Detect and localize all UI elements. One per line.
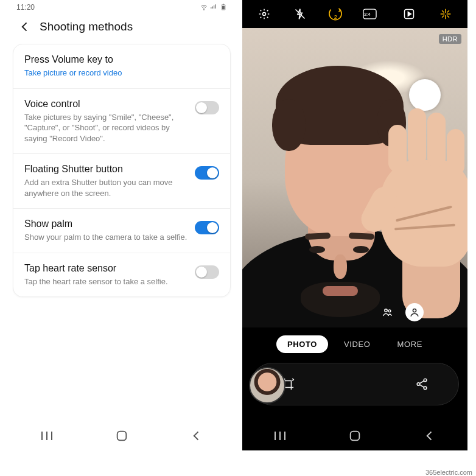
aspect-ratio-button[interactable]: 3:4 bbox=[363, 4, 383, 24]
nav-back[interactable] bbox=[178, 429, 215, 443]
setting-value: Take picture or record video bbox=[24, 68, 219, 79]
ratio-label: 3:4 bbox=[364, 12, 371, 17]
camera-settings-button[interactable] bbox=[254, 4, 275, 24]
recents-icon bbox=[40, 430, 54, 441]
show-palm-toggle[interactable] bbox=[195, 221, 219, 234]
effects-button[interactable] bbox=[435, 4, 456, 24]
status-icons bbox=[200, 4, 227, 11]
floating-shutter-toggle[interactable] bbox=[195, 166, 219, 180]
share-icon bbox=[415, 377, 429, 391]
gallery-thumbnail[interactable] bbox=[249, 367, 285, 404]
status-time: 11:20 bbox=[16, 3, 35, 12]
setting-heart-rate[interactable]: Tap heart rate sensor Tap the heart rate… bbox=[13, 253, 230, 297]
home-icon bbox=[348, 429, 362, 443]
setting-voice-control[interactable]: Voice control Take pictures by saying "S… bbox=[13, 89, 230, 155]
svg-point-8 bbox=[262, 13, 265, 16]
setting-desc: Tap the heart rate sensor to take a self… bbox=[24, 276, 189, 287]
nav-back[interactable] bbox=[411, 429, 448, 443]
back-icon bbox=[424, 430, 436, 442]
chevron-left-icon bbox=[19, 21, 31, 33]
heart-rate-toggle[interactable] bbox=[195, 265, 219, 279]
svg-line-19 bbox=[442, 16, 444, 18]
camera-screen: 2 3:4 HDR bbox=[242, 0, 467, 450]
nav-home[interactable] bbox=[103, 429, 140, 443]
camera-viewfinder[interactable]: HDR bbox=[242, 28, 467, 327]
mode-more[interactable]: MORE bbox=[387, 335, 433, 353]
nav-recents[interactable] bbox=[262, 429, 298, 443]
svg-point-22 bbox=[388, 310, 391, 312]
svg-line-28 bbox=[420, 385, 424, 387]
timer-button[interactable]: 2 bbox=[326, 4, 347, 24]
nav-home[interactable] bbox=[337, 429, 373, 443]
settings-header: Shooting methods bbox=[9, 13, 234, 44]
settings-list: Press Volume key to Take picture or reco… bbox=[13, 44, 231, 297]
nav-recents[interactable] bbox=[29, 429, 65, 443]
camera-top-toolbar: 2 3:4 bbox=[242, 0, 467, 28]
setting-press-volume-key[interactable]: Press Volume key to Take picture or reco… bbox=[13, 44, 230, 89]
setting-desc: Take pictures by saying "Smile", "Cheese… bbox=[24, 112, 189, 144]
svg-point-0 bbox=[204, 10, 205, 10]
home-icon bbox=[115, 429, 128, 443]
voice-control-toggle[interactable] bbox=[195, 101, 219, 114]
flash-button[interactable] bbox=[290, 4, 310, 24]
android-navbar bbox=[9, 421, 234, 450]
svg-line-20 bbox=[447, 10, 449, 12]
raised-palm bbox=[365, 124, 467, 300]
source-watermark: 365electric.com bbox=[425, 469, 472, 476]
sparkle-icon bbox=[439, 8, 452, 20]
back-icon bbox=[191, 430, 203, 442]
setting-title: Press Volume key to bbox=[24, 54, 219, 65]
svg-rect-2 bbox=[222, 6, 225, 10]
svg-point-24 bbox=[424, 379, 427, 382]
svg-rect-3 bbox=[223, 4, 224, 5]
recents-icon bbox=[273, 430, 287, 441]
camera-mode-row: PHOTO VIDEO MORE bbox=[242, 327, 467, 360]
setting-title: Tap heart rate sensor bbox=[24, 263, 189, 274]
flash-off-icon bbox=[294, 8, 306, 20]
setting-desc: Add an extra Shutter button you can move… bbox=[24, 177, 189, 198]
motion-photo-button[interactable] bbox=[399, 4, 419, 24]
setting-title: Voice control bbox=[24, 99, 189, 110]
svg-point-26 bbox=[424, 387, 427, 390]
svg-marker-12 bbox=[408, 12, 411, 16]
svg-line-18 bbox=[447, 16, 449, 18]
svg-point-25 bbox=[417, 383, 420, 386]
svg-point-21 bbox=[385, 309, 388, 312]
camera-action-bar bbox=[251, 363, 459, 405]
people-icon bbox=[382, 307, 393, 318]
wifi-icon bbox=[200, 4, 208, 11]
group-selfie-button[interactable] bbox=[379, 303, 397, 321]
setting-desc: Show your palm to the camera to take a s… bbox=[24, 232, 189, 243]
page-title: Shooting methods bbox=[40, 20, 133, 33]
android-navbar bbox=[242, 421, 467, 450]
setting-title: Floating Shutter button bbox=[24, 164, 189, 175]
svg-line-27 bbox=[420, 381, 424, 383]
setting-floating-shutter[interactable]: Floating Shutter button Add an extra Shu… bbox=[13, 154, 230, 209]
hdr-badge: HDR bbox=[439, 34, 461, 44]
viewfinder-filter-row bbox=[379, 303, 424, 321]
timer-label: 2 bbox=[334, 14, 337, 20]
svg-rect-7 bbox=[117, 432, 127, 441]
back-button[interactable] bbox=[18, 19, 32, 34]
mode-photo[interactable]: PHOTO bbox=[276, 335, 328, 353]
gear-icon bbox=[258, 8, 270, 20]
svg-line-17 bbox=[442, 10, 444, 12]
setting-show-palm[interactable]: Show palm Show your palm to the camera t… bbox=[13, 209, 230, 253]
setting-title: Show palm bbox=[24, 219, 189, 229]
svg-point-23 bbox=[413, 309, 416, 312]
battery-icon bbox=[220, 4, 227, 11]
share-button[interactable] bbox=[410, 372, 434, 396]
selfie-subject bbox=[242, 72, 467, 327]
status-bar: 11:20 bbox=[9, 0, 234, 13]
mode-video[interactable]: VIDEO bbox=[333, 335, 381, 353]
signal-icon bbox=[210, 4, 217, 11]
single-selfie-button[interactable] bbox=[405, 303, 424, 321]
person-icon bbox=[409, 307, 420, 318]
svg-rect-32 bbox=[351, 432, 360, 441]
settings-screen: 11:20 Shooting methods Press Volume key … bbox=[9, 0, 234, 450]
motion-photo-icon bbox=[403, 8, 415, 20]
